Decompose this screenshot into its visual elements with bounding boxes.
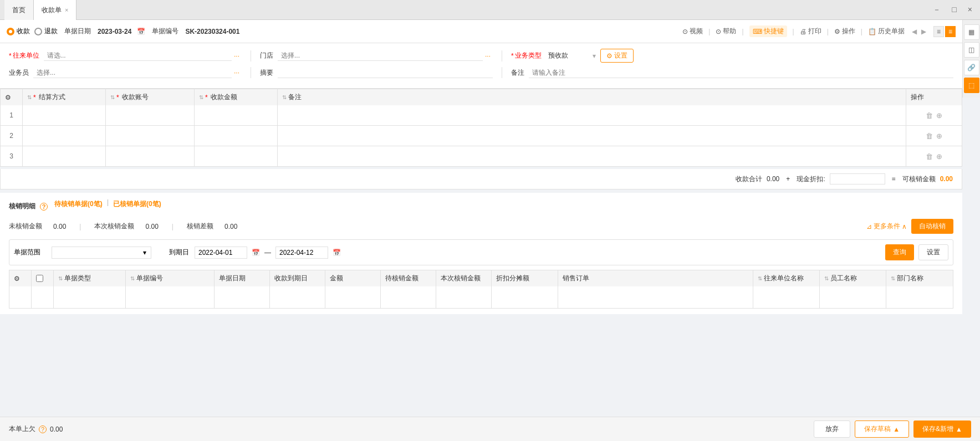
tab-pending[interactable]: 待核销单据(0笔): [52, 198, 105, 210]
row-1-copy-icon[interactable]: ⊕: [936, 111, 942, 120]
calendar-from-icon[interactable]: 📅: [252, 249, 260, 257]
sidebar-icon-2[interactable]: ◫: [964, 42, 979, 58]
detail-check-all[interactable]: [36, 275, 43, 282]
win-max-btn[interactable]: □: [948, 4, 959, 16]
save-btn[interactable]: 保存&新增 ▲: [913, 421, 971, 438]
partner-dots-icon[interactable]: ···: [232, 52, 242, 60]
page-info-icon[interactable]: ?: [39, 425, 47, 433]
type-field: * 业务类型 预收款 ▾ ⚙ 设置: [511, 49, 953, 63]
date-to-input[interactable]: [275, 247, 328, 259]
row-2-note[interactable]: [278, 126, 906, 146]
row-1-delete-icon[interactable]: 🗑: [926, 111, 933, 120]
row-3-amount[interactable]: [195, 146, 278, 166]
query-btn[interactable]: 查询: [885, 244, 914, 260]
detail-col-current: 本次核销金额: [436, 270, 492, 286]
plus-sign: +: [786, 175, 790, 183]
row-1-amount[interactable]: [195, 105, 278, 125]
prev-arrow[interactable]: ◀: [910, 27, 918, 37]
print-btn[interactable]: 🖨 打印: [800, 27, 821, 36]
row-3-payment[interactable]: [23, 146, 106, 166]
nav-arrows: ◀ ▶: [910, 27, 928, 37]
video-btn[interactable]: ⊙ 视频: [682, 27, 703, 36]
help-btn[interactable]: ⊙ 帮助: [716, 27, 736, 36]
staff-input[interactable]: [33, 68, 232, 78]
row-2-copy-icon[interactable]: ⊕: [936, 132, 942, 140]
detail-col-config[interactable]: ⚙: [9, 270, 32, 286]
summary-input[interactable]: [278, 68, 493, 78]
staff-dots-icon[interactable]: ···: [232, 69, 242, 76]
date-range-field: 到期日 📅 — 📅: [169, 247, 343, 259]
detail-col-check[interactable]: [32, 270, 54, 286]
detail-col-pending: 待核销金额: [381, 270, 436, 286]
print-icon: 🖨: [800, 28, 807, 35]
operation-icon: ⚙: [834, 28, 840, 35]
col-account: ⇅ * 收款账号: [106, 89, 195, 105]
row-3-copy-icon[interactable]: ⊕: [936, 152, 942, 161]
radio-return[interactable]: 退款: [34, 27, 58, 36]
row-3-note[interactable]: [278, 146, 906, 166]
verify-label: 可核销金额: [902, 175, 936, 184]
tab-done[interactable]: 已核销单据(0笔): [111, 198, 164, 210]
row-3-account[interactable]: [106, 146, 195, 166]
radio-return-dot: [34, 28, 42, 35]
table-row: 2 🗑 ⊕: [0, 126, 962, 146]
filter-setting-btn[interactable]: 设置: [918, 244, 948, 260]
next-arrow[interactable]: ▶: [920, 27, 928, 37]
shop-dots-icon[interactable]: ···: [483, 52, 493, 60]
operation-btn[interactable]: ⚙ 操作: [834, 27, 855, 36]
row-2-payment[interactable]: [23, 126, 106, 146]
detail-col-amount: 金额: [325, 270, 381, 286]
row-2-delete-icon[interactable]: 🗑: [926, 132, 933, 140]
main-content: 收款 退款 单据日期 2023-03-24 📅 单据编号 SK-20230324…: [0, 20, 962, 441]
note-input[interactable]: [529, 68, 953, 78]
tab-home[interactable]: 首页: [4, 0, 34, 20]
sidebar-icon-4[interactable]: ⬚: [964, 78, 979, 93]
layout-btn-2[interactable]: ≡: [945, 26, 956, 37]
row-1-note[interactable]: [278, 105, 906, 125]
diff-value: 0.00: [224, 223, 237, 230]
discount-input[interactable]: [830, 173, 885, 184]
payment-table: ⚙ ⇅ * 结算方式 ⇅ * 收款账号 ⇅ * 收款金额 ⇅ 备注: [0, 89, 962, 167]
type-select[interactable]: 预收款 ▾: [546, 50, 596, 61]
more-conditions-link[interactable]: ⊿ 更多条件 ∧: [866, 222, 907, 231]
draft-btn[interactable]: 保存草稿 ▲: [855, 421, 909, 438]
shop-input[interactable]: [278, 50, 483, 61]
current-verify-value: 0.00: [145, 223, 158, 230]
win-min-btn[interactable]: －: [930, 4, 944, 16]
calendar-to-icon[interactable]: 📅: [333, 249, 341, 257]
setting-button[interactable]: ⚙ 设置: [600, 49, 634, 63]
col-config[interactable]: ⚙: [1, 89, 23, 105]
tab-receipt[interactable]: 收款单 ×: [34, 0, 76, 20]
win-close-btn[interactable]: ×: [964, 4, 976, 16]
sidebar-icon-1[interactable]: ▦: [964, 24, 979, 40]
tab-close-icon[interactable]: ×: [65, 0, 68, 20]
row-1-payment[interactable]: [23, 105, 106, 125]
layout-btn-1[interactable]: ≡: [933, 26, 944, 37]
form-row-2: 业务员 ··· 摘要 备注: [9, 67, 953, 78]
history-btn[interactable]: 📋 历史单据: [868, 27, 905, 36]
abandon-btn[interactable]: 放弃: [814, 421, 850, 438]
filter-row: 单据范围 ▾ 到期日 📅 — 📅 查询 设置: [9, 239, 953, 265]
table-row: 1 🗑 ⊕: [0, 105, 962, 126]
verify-stats: 未核销金额 0.00 | 本次核销金额 0.00 | 核销差额 0.00 ⊿ 更…: [9, 219, 953, 234]
detail-col-due-date: 收款到期日: [270, 270, 325, 286]
partner-input[interactable]: [44, 50, 232, 61]
gear-icon: ⚙: [606, 52, 612, 60]
note-field: 备注: [511, 68, 953, 78]
sidebar-icon-3[interactable]: 🔗: [964, 60, 979, 75]
row-2-amount[interactable]: [195, 126, 278, 146]
range-dropdown[interactable]: ▾: [52, 247, 151, 259]
row-2-account[interactable]: [106, 126, 195, 146]
radio-receipt[interactable]: 收款: [7, 27, 30, 36]
calendar-icon[interactable]: 📅: [137, 28, 145, 35]
auto-verify-btn[interactable]: 自动核销: [911, 219, 953, 234]
row-1-num: 1: [1, 105, 23, 125]
layout-btns: ≡ ≡: [933, 26, 956, 37]
page-value: 0.00: [50, 425, 63, 433]
verify-info-icon[interactable]: ?: [40, 203, 48, 211]
unchecked-label: 未核销金额: [9, 222, 42, 231]
row-3-delete-icon[interactable]: 🗑: [926, 152, 933, 161]
shortcut-btn[interactable]: ⌨ 快捷键: [749, 25, 787, 37]
date-from-input[interactable]: [195, 247, 247, 259]
row-1-account[interactable]: [106, 105, 195, 125]
